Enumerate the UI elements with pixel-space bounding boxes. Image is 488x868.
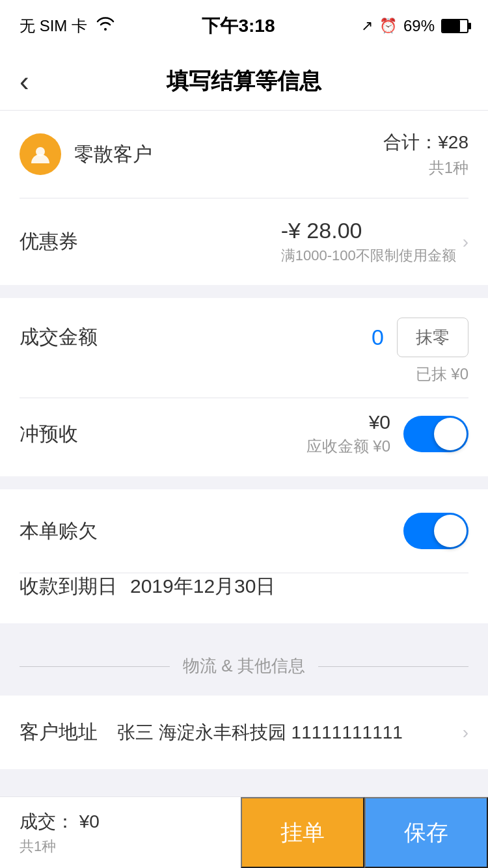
due-date: 2019年12月30日	[130, 573, 275, 600]
bottom-count: 共1种	[20, 837, 221, 856]
customer-total: 合计：¥28 共1种	[383, 130, 468, 178]
bottom-info: 成交： ¥0 共1种	[0, 797, 241, 868]
chevron-right-icon: ›	[463, 232, 468, 252]
deal-label: 成交金额	[20, 324, 98, 351]
debt-section: 本单赊欠 收款到期日 2019年12月30日	[0, 489, 488, 623]
coupon-row[interactable]: 优惠券 -¥ 28.00 满1000-100不限制使用金额 ›	[0, 198, 488, 285]
address-label: 客户地址	[20, 719, 98, 746]
customer-section: 零散客户 合计：¥28 共1种 优惠券 -¥ 28.00 满1000-100不限…	[0, 111, 488, 285]
coupon-label: 优惠券	[20, 228, 78, 255]
address-row[interactable]: 客户地址 张三 海淀永丰科技园 11111111111 ›	[0, 696, 488, 769]
coupon-desc: 满1000-100不限制使用金额	[281, 246, 456, 265]
prepay-right: ¥0 应收金额 ¥0	[306, 411, 468, 457]
nav-bar: ‹ 填写结算等信息	[0, 52, 488, 111]
total-count: 共1种	[383, 157, 468, 178]
prepay-label: 冲预收	[20, 421, 78, 448]
carrier-text: 无 SIM 卡	[20, 16, 87, 36]
logistics-title: 物流 & 其他信息	[170, 655, 318, 677]
prepay-amount: ¥0 应收金额 ¥0	[306, 411, 390, 457]
prepay-row: 冲预收 ¥0 应收金额 ¥0	[0, 398, 488, 476]
debt-label: 本单赊欠	[20, 518, 98, 545]
battery-text: 69%	[403, 17, 435, 35]
page-title: 填写结算等信息	[167, 66, 321, 96]
address-value: 张三 海淀永丰科技园 11111111111	[117, 720, 456, 745]
customer-avatar	[20, 133, 61, 175]
debt-toggle-thumb	[434, 515, 467, 547]
customer-name: 零散客户	[74, 141, 152, 168]
coupon-right: -¥ 28.00 满1000-100不限制使用金额 ›	[281, 218, 468, 265]
location-icon: ↗	[361, 18, 373, 34]
status-left: 无 SIM 卡	[20, 16, 116, 36]
debt-row: 本单赊欠	[0, 489, 488, 573]
wifi-icon	[95, 16, 116, 36]
deal-right: 0 抹零	[358, 318, 468, 357]
address-section: 客户地址 张三 海淀永丰科技园 11111111111 ›	[0, 696, 488, 769]
status-right: ↗ ⏰ 69%	[361, 17, 468, 35]
deal-value: 0	[358, 325, 384, 350]
coupon-info: -¥ 28.00 满1000-100不限制使用金额	[281, 218, 456, 265]
prepay-receivable: 应收金额 ¥0	[306, 436, 390, 457]
status-bar: 无 SIM 卡 下午3:18 ↗ ⏰ 69%	[0, 0, 488, 52]
bottom-deal-value: ¥0	[79, 811, 100, 832]
deal-row: 成交金额 0 抹零	[0, 298, 488, 364]
logistics-header: 物流 & 其他信息	[0, 636, 488, 696]
bottom-deal-label: 成交：	[20, 811, 74, 832]
deal-sub: 已抹 ¥0	[0, 364, 488, 398]
address-chevron-icon: ›	[463, 722, 468, 743]
customer-row: 零散客户 合计：¥28 共1种	[0, 111, 488, 198]
bottom-deal: 成交： ¥0	[20, 809, 221, 834]
debt-toggle[interactable]	[403, 513, 468, 549]
toggle-thumb	[434, 418, 467, 450]
battery-icon	[441, 19, 468, 33]
prepay-toggle[interactable]	[403, 416, 468, 452]
content: 零散客户 合计：¥28 共1种 优惠券 -¥ 28.00 满1000-100不限…	[0, 111, 488, 868]
save-button[interactable]: 保存	[364, 797, 488, 868]
alarm-icon: ⏰	[379, 18, 397, 34]
due-label: 收款到期日	[20, 573, 117, 600]
bottom-bar: 成交： ¥0 共1种 挂单 保存	[0, 796, 488, 868]
back-button[interactable]: ‹	[20, 67, 29, 96]
prepay-value: ¥0	[306, 411, 390, 433]
hang-button[interactable]: 挂单	[241, 797, 364, 868]
deal-section: 成交金额 0 抹零 已抹 ¥0 冲预收 ¥0 应收金额 ¥0	[0, 298, 488, 476]
due-row: 收款到期日 2019年12月30日	[0, 573, 488, 623]
coupon-discount: -¥ 28.00	[281, 218, 456, 243]
status-time: 下午3:18	[202, 14, 275, 38]
round-button[interactable]: 抹零	[397, 318, 468, 357]
total-amount: 合计：¥28	[383, 130, 468, 155]
customer-left: 零散客户	[20, 133, 152, 175]
